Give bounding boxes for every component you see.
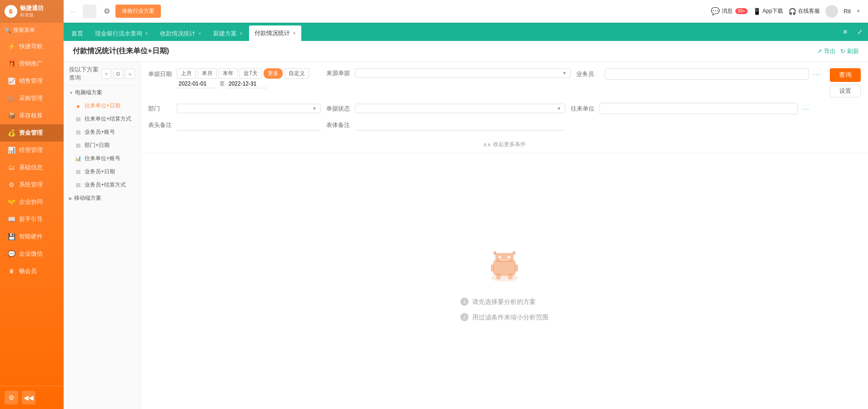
filter-row-2: 部门 ▼ 单据状态 ▼ 往来单位 xyxy=(148,103,861,114)
search-menu[interactable]: 🔍 搜索菜单 xyxy=(0,23,64,38)
sidebar-item-marketing[interactable]: 🎁 营销推广 xyxy=(0,55,64,72)
sidebar-item-sales[interactable]: 📈 销售管理 xyxy=(0,72,64,90)
table-icon-2: ▤ xyxy=(75,129,82,136)
sidebar-item-guide[interactable]: 📖 新手引导 xyxy=(0,211,64,228)
collapse-label: 收起更多条件 xyxy=(493,141,526,148)
tab-bank-flow[interactable]: 现金银行流水查询 × xyxy=(90,26,154,41)
scheme-item-salesperson-date[interactable]: ▤ 业务员+日期 xyxy=(64,165,140,178)
online-service-btn[interactable]: 🎧 在线客服 xyxy=(788,7,820,15)
user-avatar[interactable] xyxy=(825,5,838,18)
scheme-item-counterparty-date[interactable]: ● 往来单位+日期 xyxy=(64,99,140,112)
scheme-section-mobile[interactable]: ▶ 移动端方案 xyxy=(64,192,140,205)
body-remark-label: 表体备注 xyxy=(326,121,351,129)
sidebar-item-purchase[interactable]: 🛒 采购管理 xyxy=(0,90,64,107)
collapse-area: ∧∧ 收起更多条件 xyxy=(148,136,861,153)
scheme-item-label: 业务员+账号 xyxy=(85,128,115,136)
receipts-tab-close[interactable]: × xyxy=(198,30,201,37)
header-remark-group: 表头备注 xyxy=(148,120,321,131)
date-start-input[interactable] xyxy=(177,80,218,88)
dept-select[interactable]: ▼ xyxy=(177,104,321,113)
sidebar: 6 畅捷通坊 标准版 🔍 搜索菜单 ⚡ 快捷导航 🎁 营销推广 📈 销售管理 🛒… xyxy=(0,0,64,409)
quick-nav-icon: ⚡ xyxy=(7,42,15,50)
maximize-btn[interactable]: ⤢ xyxy=(853,25,866,38)
finance-icon: 💰 xyxy=(7,129,15,137)
cooperation-icon: 🤝 xyxy=(7,198,15,206)
sidebar-item-cooperation[interactable]: 🤝 企业协同 xyxy=(0,193,64,211)
sidebar-item-operations[interactable]: 📊 经营管理 xyxy=(0,141,64,159)
scheme-item-dept-date[interactable]: ▤ 部门+日期 xyxy=(64,139,140,152)
scheme-item-salesperson-account[interactable]: ▤ 业务员+账号 xyxy=(64,126,140,139)
scheme-collapse-btn[interactable]: « xyxy=(125,69,135,79)
salesperson-dots-btn[interactable]: ··· xyxy=(813,71,821,78)
config-icon: ⚙ xyxy=(104,7,110,15)
hint-text-2: 用过滤条件来缩小分析范围 xyxy=(472,311,549,323)
date-btn-more[interactable]: 更多 xyxy=(264,68,283,79)
scheme-section-desktop[interactable]: ▼ 电脑端方案 xyxy=(64,86,140,99)
sidebar-item-base-info[interactable]: 🗂 基础信息 xyxy=(0,159,64,176)
payments-tab-close[interactable]: × xyxy=(293,30,296,36)
sidebar-menu: ⚡ 快捷导航 🎁 营销推广 📈 销售管理 🛒 采购管理 📦 库存核算 💰 资金管… xyxy=(0,38,64,386)
filter-row-3: 表头备注 表体备注 xyxy=(148,120,861,131)
counterparty-input[interactable] xyxy=(599,103,798,114)
sidebar-item-system[interactable]: ⚙ 系统管理 xyxy=(0,176,64,193)
sidebar-item-inventory[interactable]: 📦 库存核算 xyxy=(0,107,64,124)
tab-new-scheme[interactable]: 新建方案 × xyxy=(208,26,248,41)
sidebar-settings-btn[interactable]: ⚙ xyxy=(5,391,18,404)
date-filter-group: 单据日期 上月 本月 本年 近7天 更多 自定义 xyxy=(148,68,321,88)
source-doc-group: 来源单据 ▼ xyxy=(326,68,571,78)
counterparty-group: 往来单位 ··· xyxy=(571,103,810,114)
date-btn-last-month[interactable]: 上月 xyxy=(177,68,196,79)
sidebar-item-hardware[interactable]: 💾 智能硬件 xyxy=(0,228,64,245)
tab-receipts[interactable]: 收款情况统计 × xyxy=(155,26,207,41)
date-btn-last-7days[interactable]: 近7天 xyxy=(239,68,262,79)
username-label[interactable]: Rit xyxy=(843,8,851,15)
collapse-btn[interactable]: ∧∧ 收起更多条件 xyxy=(483,141,526,148)
trial-btn[interactable]: 体验行业方案 xyxy=(115,5,161,18)
filter-panel: 单据日期 上月 本月 本年 近7天 更多 自定义 xyxy=(141,62,868,153)
scheme-item-counterparty-settlement[interactable]: ▤ 往来单位+结算方式 xyxy=(64,112,140,126)
new-scheme-tab-label: 新建方案 xyxy=(213,30,237,38)
scheme-add-btn[interactable]: + xyxy=(101,69,111,79)
notifications-btn[interactable]: 💬 消息 99+ xyxy=(711,7,748,15)
tab-bar: 首页 现金银行流水查询 × 收款情况统计 × 新建方案 × 付款情况统计 × ✕… xyxy=(64,23,868,41)
date-btn-custom[interactable]: 自定义 xyxy=(284,68,309,79)
settings-btn[interactable]: 设置 xyxy=(830,85,861,97)
scheme-item-counterparty-account[interactable]: 📊 往来单位+账号 xyxy=(64,152,140,165)
refresh-btn[interactable]: ↻ 刷新 xyxy=(840,47,859,56)
tab-home[interactable]: 首页 xyxy=(66,26,89,41)
sidebar-item-wechat[interactable]: 💬 企业微信 xyxy=(0,245,64,263)
scheme-item-label: 业务员+日期 xyxy=(85,168,115,176)
salesperson-input[interactable] xyxy=(605,68,809,80)
scheme-item-salesperson-settlement[interactable]: ▤ 业务员+结算方式 xyxy=(64,178,140,192)
new-scheme-tab-close[interactable]: × xyxy=(239,30,243,37)
doc-status-select[interactable]: ▼ xyxy=(355,104,565,113)
export-btn[interactable]: ↗ 导出 xyxy=(817,47,836,56)
table-icon-3: ▤ xyxy=(75,142,82,149)
sidebar-item-vip[interactable]: ♛ 畅会员 xyxy=(0,263,64,280)
counterparty-dots-btn[interactable]: ··· xyxy=(802,105,810,112)
tab-payments[interactable]: 付款情况统计 × xyxy=(249,25,301,41)
date-end-input[interactable] xyxy=(227,80,268,88)
header-config-btn[interactable]: ⚙ xyxy=(104,7,110,15)
sidebar-item-finance[interactable]: 💰 资金管理 xyxy=(0,124,64,141)
bank-flow-tab-close[interactable]: × xyxy=(145,30,148,37)
svg-point-4 xyxy=(508,256,510,258)
body-remark-input[interactable] xyxy=(355,120,565,131)
bank-flow-tab-label: 现金银行流水查询 xyxy=(95,30,142,38)
sidebar-item-quick-nav[interactable]: ⚡ 快捷导航 xyxy=(0,38,64,55)
sidebar-item-label: 系统管理 xyxy=(19,181,43,189)
date-btn-current-month[interactable]: 本月 xyxy=(198,68,217,79)
scheme-settings-btn[interactable]: ⚙ xyxy=(113,69,123,79)
user-dropdown-icon[interactable]: ▼ xyxy=(856,9,861,14)
date-filter-label: 单据日期 xyxy=(148,68,173,78)
search-label: 搜索菜单 xyxy=(13,26,35,34)
close-all-tabs-btn[interactable]: ✕ xyxy=(839,25,852,38)
app-download-btn[interactable]: 📱 App下载 xyxy=(753,7,783,15)
header-remark-input[interactable] xyxy=(177,120,321,131)
date-btn-current-year[interactable]: 本年 xyxy=(219,68,238,79)
sidebar-collapse-btn[interactable]: ◀◀ xyxy=(22,391,35,404)
header-nav-area xyxy=(83,5,96,18)
app-icon: 📱 xyxy=(753,8,761,15)
source-doc-select[interactable]: ▼ xyxy=(355,68,571,78)
query-btn[interactable]: 查询 xyxy=(830,68,861,82)
